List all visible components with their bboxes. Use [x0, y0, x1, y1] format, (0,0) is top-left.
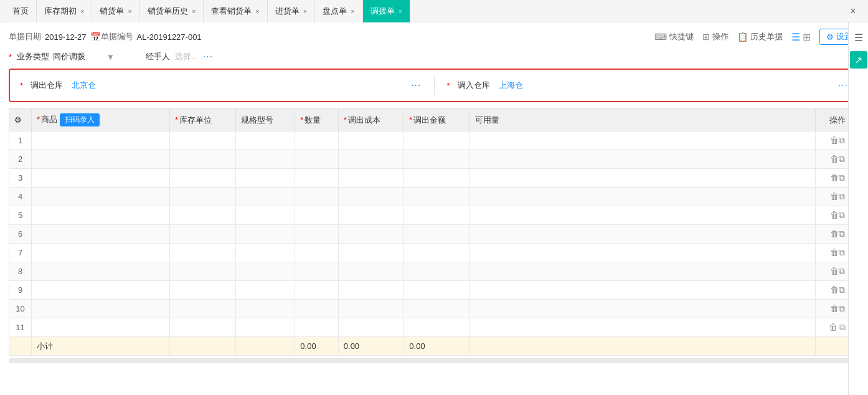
cell-available[interactable] [469, 281, 815, 300]
cell-qty[interactable] [295, 169, 338, 188]
cell-unit[interactable] [170, 131, 236, 150]
cell-product[interactable] [32, 300, 170, 318]
cell-qty[interactable] [295, 262, 338, 281]
cell-amount[interactable] [404, 244, 470, 262]
delete-icon[interactable]: 🗑 [830, 247, 839, 257]
cell-unit[interactable] [170, 300, 236, 318]
tab-close-sales-order[interactable]: × [128, 7, 131, 15]
cell-cost-11[interactable] [338, 318, 404, 337]
cell-spec[interactable] [235, 150, 295, 169]
cell-unit[interactable] [170, 150, 236, 169]
tab-home[interactable]: 首页 [5, 0, 37, 22]
warehouse-in-value[interactable]: 上海仓 [499, 80, 523, 91]
cell-amount[interactable] [404, 188, 470, 206]
cell-qty[interactable] [295, 206, 338, 225]
tab-inventory-count[interactable]: 盘点单 × [315, 0, 362, 22]
cell-qty[interactable] [295, 150, 338, 169]
cell-unit[interactable] [170, 169, 236, 188]
tab-transfer[interactable]: 调拨单 × [363, 0, 410, 22]
copy-icon[interactable]: ⧉ [839, 135, 845, 145]
tab-sales-order[interactable]: 销货单 × [92, 0, 139, 22]
cell-spec-11[interactable] [235, 318, 295, 337]
cell-qty[interactable] [295, 188, 338, 206]
copy-icon-11[interactable]: ⧉ [839, 322, 846, 332]
history-button[interactable]: 📋 历史单据 [737, 31, 783, 42]
tab-sales-history[interactable]: 销货单历史 × [140, 0, 204, 22]
cell-available[interactable] [469, 150, 815, 169]
cell-product[interactable] [32, 131, 170, 150]
business-type-dropdown-icon[interactable]: ▼ [106, 52, 115, 62]
operations-button[interactable]: ⊞ 操作 [702, 31, 729, 42]
cell-available[interactable] [469, 300, 815, 318]
copy-icon[interactable]: ⧉ [839, 285, 845, 295]
cell-cost[interactable] [338, 225, 404, 244]
cell-amount[interactable] [404, 225, 470, 244]
tab-close-sales-history[interactable]: × [192, 7, 196, 15]
delete-icon[interactable]: 🗑 [830, 210, 839, 220]
cell-available[interactable] [469, 262, 815, 281]
delete-icon-11[interactable]: 🗑 [829, 322, 837, 332]
cell-product[interactable] [32, 225, 170, 244]
cell-available[interactable] [469, 169, 815, 188]
th-gear[interactable]: ⚙ [9, 109, 32, 131]
cell-available[interactable] [469, 225, 815, 244]
cell-amount[interactable] [404, 300, 470, 318]
delete-icon[interactable]: 🗑 [830, 303, 839, 313]
copy-icon[interactable]: ⧉ [839, 154, 845, 164]
cell-spec[interactable] [235, 300, 295, 318]
cell-unit[interactable] [170, 244, 236, 262]
copy-icon[interactable]: ⧉ [839, 303, 845, 313]
cell-cost[interactable] [338, 206, 404, 225]
horizontal-scrollbar[interactable] [9, 358, 859, 363]
delete-icon[interactable]: 🗑 [830, 191, 839, 201]
cell-cost[interactable] [338, 244, 404, 262]
tab-close-inventory-count[interactable]: × [351, 7, 354, 15]
cell-available-11[interactable] [469, 318, 815, 337]
cell-cost[interactable] [338, 150, 404, 169]
tab-close-purchase[interactable]: × [303, 7, 307, 15]
layout-icon-2[interactable]: ⊞ [803, 31, 811, 43]
delete-icon[interactable]: 🗑 [830, 266, 839, 276]
delete-icon[interactable]: 🗑 [830, 173, 839, 183]
doc-date-value[interactable]: 2019-12-27 [45, 32, 87, 42]
tab-close-transfer[interactable]: × [399, 7, 402, 15]
cell-spec[interactable] [235, 188, 295, 206]
cell-cost[interactable] [338, 131, 404, 150]
calendar-icon[interactable]: 📅 [90, 32, 101, 42]
cell-amount[interactable] [404, 169, 470, 188]
cell-spec[interactable] [235, 169, 295, 188]
cell-product[interactable] [32, 281, 170, 300]
cell-product-11[interactable] [32, 318, 170, 337]
cell-unit[interactable] [170, 188, 236, 206]
sidebar-export-icon[interactable]: ↗ [850, 51, 867, 69]
tab-close-inventory-initial[interactable]: × [80, 7, 84, 15]
cell-qty-11[interactable] [295, 318, 338, 337]
window-close-button[interactable]: × [843, 1, 863, 21]
cell-spec[interactable] [235, 281, 295, 300]
warehouse-out-more-button[interactable]: ··· [411, 80, 421, 91]
business-type-select[interactable]: 同价调拨 ▼ [53, 51, 115, 62]
copy-icon[interactable]: ⧉ [839, 229, 845, 239]
cell-spec[interactable] [235, 131, 295, 150]
handler-placeholder[interactable]: 选择... [175, 51, 198, 62]
cell-product[interactable] [32, 150, 170, 169]
copy-icon[interactable]: ⧉ [839, 247, 845, 257]
cell-amount[interactable] [404, 262, 470, 281]
cell-unit[interactable] [170, 281, 236, 300]
cell-cost[interactable] [338, 300, 404, 318]
sidebar-list-icon[interactable]: ☰ [850, 29, 867, 46]
cell-available[interactable] [469, 206, 815, 225]
warehouse-in-more-button[interactable]: ··· [838, 80, 848, 91]
cell-spec[interactable] [235, 244, 295, 262]
cell-qty[interactable] [295, 281, 338, 300]
cell-unit[interactable] [170, 225, 236, 244]
copy-icon[interactable]: ⧉ [839, 191, 845, 201]
cell-amount[interactable] [404, 281, 470, 300]
delete-icon[interactable]: 🗑 [830, 229, 839, 239]
cell-product[interactable] [32, 188, 170, 206]
copy-icon[interactable]: ⧉ [839, 210, 845, 220]
cell-spec[interactable] [235, 262, 295, 281]
cell-spec[interactable] [235, 206, 295, 225]
warehouse-out-value[interactable]: 北京仓 [72, 80, 96, 91]
scan-button[interactable]: 扫码录入 [60, 113, 100, 126]
